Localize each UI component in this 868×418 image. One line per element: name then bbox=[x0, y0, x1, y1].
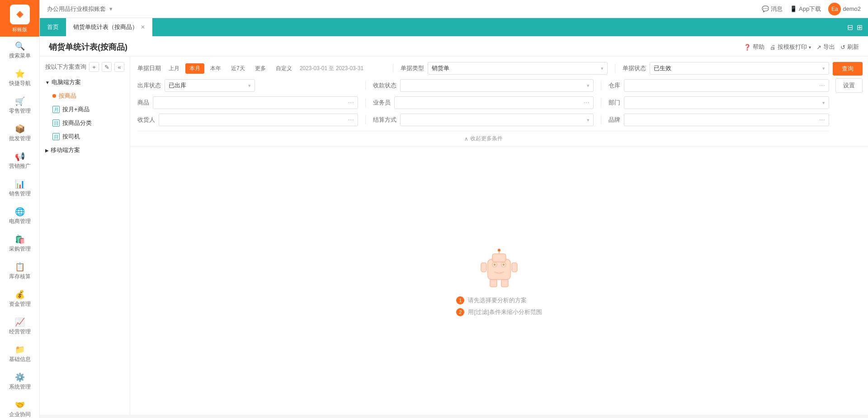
sidebar-item-retail[interactable]: 🛒 零售管理 bbox=[0, 92, 39, 119]
date-tab-custom[interactable]: 自定义 bbox=[272, 63, 296, 74]
date-tab-more[interactable]: 更多 bbox=[251, 63, 270, 74]
date-tab-this-month[interactable]: 本月 bbox=[185, 63, 204, 74]
scheme-by-month-product-label: 按月+商品 bbox=[62, 105, 90, 114]
tab-stats[interactable]: 销货单统计表（按商品） ✕ bbox=[66, 18, 152, 36]
payment-dropdown-icon: ▾ bbox=[587, 117, 590, 123]
message-button[interactable]: 💬 消息 bbox=[762, 5, 783, 13]
brand-select[interactable]: ··· bbox=[624, 114, 829, 126]
query-button[interactable]: 查询 bbox=[833, 62, 863, 76]
quick-nav-icon: ⭐ bbox=[15, 69, 25, 79]
sidebar-item-marketing[interactable]: 📢 营销推广 bbox=[0, 147, 39, 175]
sidebar-item-operations[interactable]: 📈 经营管理 bbox=[0, 313, 39, 340]
svg-point-8 bbox=[494, 263, 496, 266]
left-panel-title: 按以下方案查询 bbox=[45, 63, 86, 71]
main-area: 办公用品行业模拟账套 ▾ 💬 消息 📱 App下载 Ea demo2 首页 bbox=[40, 0, 868, 418]
app-download-button[interactable]: 📱 App下载 bbox=[790, 5, 821, 13]
scheme-child-by-driver[interactable]: 目 按司机 bbox=[40, 130, 130, 143]
scheme-child-by-product[interactable]: 按商品 bbox=[40, 89, 130, 103]
sidebar-item-system[interactable]: ⚙️ 系统管理 bbox=[0, 368, 39, 395]
receiver-dots-icon[interactable]: ··· bbox=[348, 116, 354, 124]
sidebar-nav: 🔍 搜索菜单 ⭐ 快捷导航 🛒 零售管理 📦 批发管理 📢 营销推广 📊 销售管… bbox=[0, 37, 39, 418]
divider-2 bbox=[615, 64, 615, 73]
doc-type-value: 销货单 bbox=[432, 64, 449, 72]
topbar-dropdown-icon[interactable]: ▾ bbox=[109, 5, 113, 12]
scheme-child-by-category[interactable]: 目 按商品分类 bbox=[40, 116, 130, 130]
refresh-button[interactable]: ↺ 刷新 bbox=[840, 43, 859, 51]
tab-maximize-icon[interactable]: ⊞ bbox=[857, 23, 863, 32]
scheme-parent-mobile[interactable]: ▶ 移动端方案 bbox=[40, 143, 130, 157]
sidebar-item-inventory[interactable]: 📋 库存核算 bbox=[0, 257, 39, 285]
collapse-bar[interactable]: ∧ 收起更多条件 bbox=[137, 131, 829, 146]
sidebar-item-purchase-label: 采购管理 bbox=[9, 245, 31, 253]
svg-rect-11 bbox=[512, 263, 517, 272]
brand-label: 品牌 bbox=[609, 116, 620, 124]
svg-rect-12 bbox=[490, 280, 497, 287]
wholesale-icon: 📦 bbox=[15, 124, 25, 134]
left-panel-header: 按以下方案查询 + ✎ « bbox=[40, 60, 130, 76]
page: 销货单统计表(按商品) ❓ 帮助 🖨 按模板打印 ▾ ↗ 导出 bbox=[40, 36, 868, 415]
payment-select[interactable]: ▾ bbox=[400, 114, 594, 126]
warehouse-dots-icon[interactable]: ··· bbox=[819, 81, 825, 90]
sidebar-item-quick-nav[interactable]: ⭐ 快捷导航 bbox=[0, 64, 39, 92]
sidebar-item-enterprise[interactable]: 🤝 企业协同 bbox=[0, 395, 39, 418]
help-button[interactable]: ❓ 帮助 bbox=[744, 43, 764, 51]
date-tabs: 上月 本月 本年 近7天 更多 自定义 bbox=[165, 63, 296, 74]
product-select[interactable]: ··· bbox=[153, 96, 358, 109]
doc-status-select[interactable]: 已生效 ▾ bbox=[650, 62, 830, 75]
system-icon: ⚙️ bbox=[15, 372, 25, 382]
scheme-by-driver-label: 按司机 bbox=[62, 133, 80, 141]
filter-row-3: 商品 ··· 业务员 bbox=[137, 96, 829, 109]
brand-dots-icon[interactable]: ··· bbox=[819, 116, 825, 124]
tab-home[interactable]: 首页 bbox=[40, 18, 66, 36]
staff-dots-icon[interactable]: ··· bbox=[584, 99, 590, 107]
step-1-number: 1 bbox=[456, 296, 464, 304]
out-status-select[interactable]: 已出库 ▾ bbox=[165, 79, 255, 92]
doc-type-select[interactable]: 销货单 ▾ bbox=[428, 62, 608, 75]
svg-point-5 bbox=[498, 249, 500, 252]
sidebar-item-marketing-label: 营销推广 bbox=[9, 162, 31, 170]
collapse-panel-button[interactable]: « bbox=[114, 62, 124, 72]
sidebar-item-operations-label: 经营管理 bbox=[9, 328, 31, 336]
sidebar-item-basics[interactable]: 📁 基础信息 bbox=[0, 340, 39, 368]
sidebar-item-sales-label: 销售管理 bbox=[9, 190, 31, 198]
product-dots-icon[interactable]: ··· bbox=[348, 99, 354, 107]
edit-scheme-button[interactable]: ✎ bbox=[102, 62, 112, 72]
warehouse-select[interactable]: ··· bbox=[624, 79, 829, 92]
tab-minimize-icon[interactable]: ⊟ bbox=[847, 23, 853, 32]
export-icon: ↗ bbox=[816, 44, 821, 51]
expand-icon: ▼ bbox=[45, 80, 50, 85]
sidebar-item-wholesale[interactable]: 📦 批发管理 bbox=[0, 119, 39, 147]
user-profile-button[interactable]: Ea demo2 bbox=[828, 3, 861, 15]
sidebar-item-sales[interactable]: 📊 销售管理 bbox=[0, 175, 39, 202]
staff-select[interactable]: ··· bbox=[394, 96, 594, 109]
dept-select[interactable]: ▾ bbox=[624, 96, 829, 109]
filter-date: 单据日期 上月 本月 本年 近7天 更多 自定义 bbox=[137, 63, 386, 74]
print-button[interactable]: 🖨 按模板打印 ▾ bbox=[770, 43, 811, 51]
add-scheme-button[interactable]: + bbox=[89, 62, 99, 72]
date-tab-7days[interactable]: 近7天 bbox=[227, 63, 249, 74]
tab-close-icon[interactable]: ✕ bbox=[141, 24, 145, 30]
settings-button[interactable]: 设置 bbox=[835, 78, 863, 93]
print-dropdown-icon: ▾ bbox=[809, 45, 811, 50]
scheme-child-by-month-product[interactable]: 月 按月+商品 bbox=[40, 103, 130, 116]
sidebar-item-finance[interactable]: 💰 资金管理 bbox=[0, 285, 39, 313]
out-status-dropdown-icon: ▾ bbox=[248, 83, 251, 89]
empty-steps: 1 请先选择要分析的方案 2 用[过滤]条件来缩小分析范围 bbox=[456, 296, 542, 316]
topbar: 办公用品行业模拟账套 ▾ 💬 消息 📱 App下载 Ea demo2 bbox=[40, 0, 868, 18]
print-icon: 🖨 bbox=[770, 44, 776, 51]
date-tab-this-year[interactable]: 本年 bbox=[206, 63, 225, 74]
sidebar-item-search[interactable]: 🔍 搜索菜单 bbox=[0, 37, 39, 64]
divider-1 bbox=[393, 64, 393, 73]
sidebar-item-finance-label: 资金管理 bbox=[9, 300, 31, 308]
sidebar-item-purchase[interactable]: 🛍️ 采购管理 bbox=[0, 230, 39, 257]
export-button[interactable]: ↗ 导出 bbox=[816, 43, 835, 51]
logo-label: 标账版 bbox=[12, 26, 27, 33]
sidebar-item-system-label: 系统管理 bbox=[9, 383, 31, 391]
date-tab-last-month[interactable]: 上月 bbox=[165, 63, 184, 74]
doc-status-label: 单据状态 bbox=[623, 64, 646, 72]
sidebar-item-ecommerce[interactable]: 🌐 电商管理 bbox=[0, 202, 39, 230]
help-label: 帮助 bbox=[753, 43, 764, 51]
receiver-select[interactable]: ··· bbox=[159, 114, 358, 126]
scheme-parent-desktop[interactable]: ▼ 电脑端方案 bbox=[40, 76, 130, 89]
receipt-status-select[interactable]: ▾ bbox=[400, 79, 594, 92]
